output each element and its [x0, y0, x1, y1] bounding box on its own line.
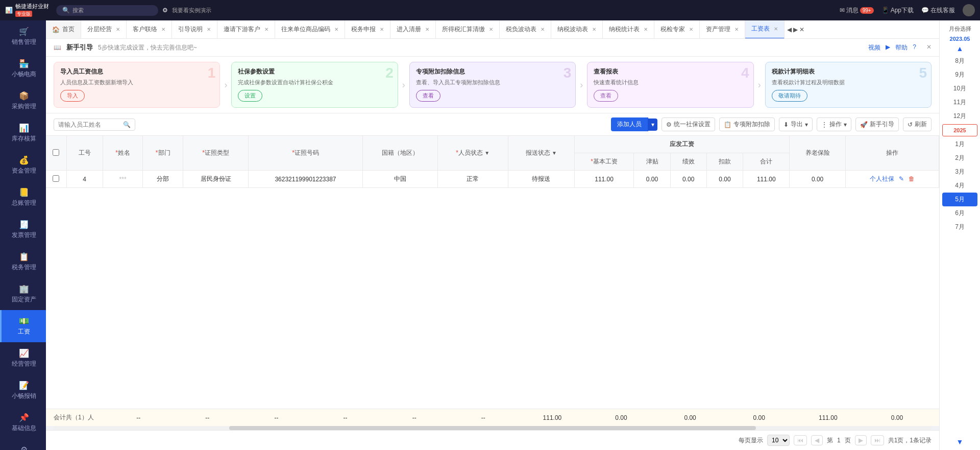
first-page-button[interactable]: ⏮: [794, 435, 807, 445]
sidebar-item-sales[interactable]: 🛒 销售管理: [0, 20, 46, 53]
month-8[interactable]: 8月: [940, 54, 980, 68]
sidebar-item-invoice[interactable]: 🧾 发票管理: [0, 214, 46, 246]
action-delete[interactable]: 🗑: [909, 175, 915, 182]
operations-button[interactable]: ⋮ 操作 ▾: [817, 117, 851, 131]
special-deduction-button[interactable]: 📋 专项附加扣除: [719, 117, 775, 131]
prev-page-button[interactable]: ◀: [811, 435, 823, 445]
tab-close-all-button[interactable]: ✕: [799, 26, 804, 33]
sidebar-item-ledger[interactable]: 📒 总账管理: [0, 181, 46, 214]
row-checkbox[interactable]: [53, 175, 59, 182]
guide-close-button[interactable]: ✕: [926, 43, 932, 52]
tab-product-code[interactable]: 往来单位商品编码 ✕: [275, 20, 345, 39]
tab-tax-stat-close[interactable]: ✕: [592, 27, 596, 32]
tab-distribution-close[interactable]: ✕: [116, 27, 120, 32]
next-page-button[interactable]: ▶: [855, 435, 867, 445]
tab-prev-button[interactable]: ◀: [787, 26, 792, 33]
step-btn-5[interactable]: 敬请期待: [772, 90, 807, 102]
sidebar-item-basic[interactable]: 📌 基础信息: [0, 407, 46, 439]
month-10[interactable]: 10月: [940, 82, 980, 96]
th-submit-status: 报送状态 ▼: [508, 136, 574, 171]
sidebar-item-salary[interactable]: 💵 工资: [0, 310, 46, 342]
action-edit[interactable]: ✎: [899, 175, 904, 182]
step-btn-3[interactable]: 查看: [416, 90, 440, 102]
tab-tax-report[interactable]: 税务申报 ✕: [345, 20, 390, 39]
tab-asset-mgmt[interactable]: 资产管理 ✕: [700, 20, 745, 39]
tab-distribution[interactable]: 分层经营 ✕: [81, 20, 127, 39]
sidebar-item-system[interactable]: ⚙ 系统管理: [0, 439, 46, 450]
month-list: 8月 9月 10月 11月 12月 2025 1月 2月 3月 4月 5月 6月…: [940, 54, 980, 436]
unified-settings-button[interactable]: ⚙ 统一社保设置: [662, 117, 715, 131]
tab-tax-expert[interactable]: 税检专家 ✕: [654, 20, 700, 39]
page-size-select[interactable]: 10 20 50: [767, 435, 790, 446]
sidebar-item-finance[interactable]: 💰 资金管理: [0, 149, 46, 181]
search-employee-box[interactable]: 🔍: [54, 119, 135, 131]
sidebar-item-purchase[interactable]: 📦 采购管理: [0, 85, 46, 117]
month-11[interactable]: 11月: [940, 96, 980, 109]
tab-clearbook-label: 进入清册: [397, 25, 421, 34]
action-personal-insurance[interactable]: 个人社保: [870, 175, 894, 182]
tab-invite-close[interactable]: ✕: [264, 27, 268, 32]
sidebar-item-operation[interactable]: 📈 经营管理: [0, 342, 46, 374]
export-button[interactable]: ⬇ 导出 ▾: [779, 117, 813, 131]
sidebar-item-marketing[interactable]: 📝 小畅报销: [0, 374, 46, 407]
demo-link[interactable]: 我要看实例演示: [172, 7, 211, 14]
month-12[interactable]: 12月: [940, 109, 980, 123]
month-5[interactable]: 5月: [942, 193, 977, 206]
tab-tax-calc-close[interactable]: ✕: [489, 27, 493, 32]
step-btn-2[interactable]: 设置: [238, 90, 262, 102]
sidebar-label-purchase: 采购管理: [4, 102, 43, 111]
search-employee-input[interactable]: [58, 121, 120, 128]
tab-tax-count[interactable]: 纳税统计表 ✕: [603, 20, 654, 39]
new-guide-button[interactable]: 🚀 新手引导: [855, 117, 899, 131]
tab-intro[interactable]: 引导说明 ✕: [172, 20, 217, 39]
tab-salary-table[interactable]: 工资表 ✕: [745, 20, 785, 39]
guide-video-link[interactable]: 视频: [868, 43, 880, 52]
tab-customer[interactable]: 客户联络 ✕: [127, 20, 172, 39]
tab-invite[interactable]: 邀请下游客户 ✕: [217, 20, 275, 39]
step-btn-4[interactable]: 查看: [594, 90, 618, 102]
app-download-button[interactable]: 📱 App下载: [881, 6, 914, 15]
horizontal-scrollbar[interactable]: [54, 426, 932, 430]
month-6[interactable]: 6月: [940, 206, 980, 220]
select-all-checkbox[interactable]: [53, 149, 59, 156]
settings-icon[interactable]: ⚙: [162, 7, 168, 14]
guide-help-link[interactable]: 帮助: [895, 43, 908, 52]
tab-clearbook[interactable]: 进入清册 ✕: [390, 20, 436, 39]
add-employee-button[interactable]: 添加人员: [611, 117, 648, 131]
tab-tax-reduce[interactable]: 税负波动表 ✕: [500, 20, 551, 39]
add-employee-dropdown-button[interactable]: ▾: [648, 119, 657, 131]
tab-next-button[interactable]: ▶: [793, 26, 798, 33]
month-2[interactable]: 2月: [940, 151, 980, 165]
month-3[interactable]: 3月: [940, 165, 980, 179]
month-up-button[interactable]: ▲: [955, 43, 965, 54]
tab-tax-expert-close[interactable]: ✕: [689, 27, 693, 32]
last-page-button[interactable]: ⏭: [871, 435, 884, 445]
tab-customer-close[interactable]: ✕: [161, 27, 165, 32]
tab-tax-calc[interactable]: 所得税汇算清缴 ✕: [436, 20, 500, 39]
month-4[interactable]: 4月: [940, 179, 980, 193]
online-service-button[interactable]: 💬 在线客服: [921, 6, 955, 15]
sidebar-item-assets[interactable]: 🏢 固定资产: [0, 278, 46, 310]
tab-intro-close[interactable]: ✕: [207, 27, 211, 32]
top-search-box[interactable]: 🔍 搜索: [56, 5, 158, 16]
tab-salary-table-close[interactable]: ✕: [774, 26, 778, 32]
avatar[interactable]: [963, 4, 975, 16]
month-7[interactable]: 7月: [940, 220, 980, 234]
month-9[interactable]: 9月: [940, 68, 980, 82]
month-down-button[interactable]: ▼: [955, 436, 965, 447]
sidebar-item-ecommerce[interactable]: 🏪 小畅电商: [0, 53, 46, 85]
tab-clearbook-close[interactable]: ✕: [425, 27, 429, 32]
tab-tax-report-close[interactable]: ✕: [380, 27, 384, 32]
month-1[interactable]: 1月: [940, 137, 980, 151]
tab-tax-reduce-close[interactable]: ✕: [541, 27, 545, 32]
tab-tax-stat[interactable]: 纳税波动表 ✕: [551, 20, 603, 39]
tab-product-code-close[interactable]: ✕: [334, 27, 338, 32]
tab-asset-mgmt-close[interactable]: ✕: [734, 27, 739, 32]
step-btn-1[interactable]: 导入: [60, 90, 85, 102]
refresh-button[interactable]: ↺ 刷新: [903, 117, 932, 131]
tab-tax-count-close[interactable]: ✕: [644, 27, 648, 32]
message-button[interactable]: ✉ 消息 99+: [840, 6, 874, 15]
sidebar-item-tax[interactable]: 📋 税务管理: [0, 246, 46, 278]
sidebar-item-inventory[interactable]: 📊 库存核算: [0, 117, 46, 149]
tab-home[interactable]: 🏠 首页: [46, 20, 81, 39]
